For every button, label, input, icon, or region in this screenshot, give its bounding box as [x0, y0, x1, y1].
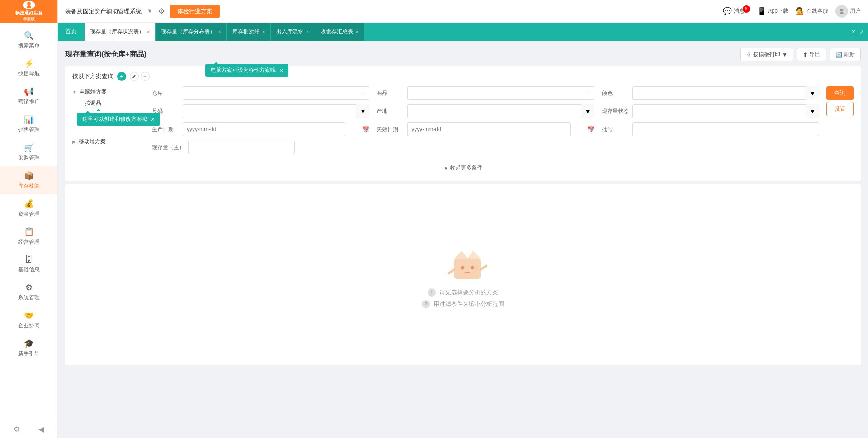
- color-dropdown-btn[interactable]: ▼: [806, 86, 819, 100]
- online-service-action[interactable]: 💁 在线客服: [796, 7, 828, 15]
- header-settings-btn[interactable]: ⚙: [158, 7, 165, 15]
- sidebar-item-label: 快捷导航: [18, 70, 40, 78]
- tab-close-all-btn[interactable]: ×: [852, 28, 855, 35]
- sidebar-item-label: 基础信息: [18, 266, 40, 273]
- sidebar-item-quick-nav[interactable]: ⚡ 快捷导航: [0, 54, 57, 82]
- origin-select[interactable]: [407, 104, 594, 118]
- sidebar-item-enterprise[interactable]: 🤝 企业协同: [0, 306, 57, 334]
- tab-in-out-flow[interactable]: 出入库流水 ×: [270, 23, 314, 41]
- trial-button[interactable]: 体验行业方案: [170, 5, 220, 18]
- tab-close-icon[interactable]: ×: [262, 29, 265, 34]
- warehouse-input[interactable]: ···: [183, 86, 369, 100]
- tab-batch-account[interactable]: 库存批次账 ×: [226, 23, 270, 41]
- calendar-icon[interactable]: 📅: [362, 126, 369, 133]
- scheme-child-label: 按调品: [85, 99, 101, 107]
- production-date-label: 生产日期: [152, 126, 179, 133]
- tooltip2-close-btn[interactable]: ×: [151, 116, 155, 123]
- sidebar-item-inventory[interactable]: 📦 库存核算: [0, 166, 57, 194]
- stock-qty-separator: —: [302, 144, 308, 151]
- search-button[interactable]: 查询: [826, 86, 854, 100]
- scheme-mobile[interactable]: ▶ 移动端方案: [72, 136, 145, 147]
- filter-add-btn[interactable]: +: [117, 72, 126, 81]
- app-logo: 畅捷通好生意 标准版: [0, 0, 57, 23]
- color-select[interactable]: [632, 86, 819, 100]
- empty-illustration: [445, 241, 481, 278]
- scheme-pc[interactable]: ▼ 电脑端方案: [72, 86, 145, 98]
- stock-qty-min[interactable]: [188, 141, 295, 154]
- origin-dropdown-btn[interactable]: ▼: [581, 104, 594, 118]
- message-badge: 6: [743, 5, 750, 13]
- tab-expand-btn[interactable]: ⤢: [859, 28, 864, 35]
- stock-status-select[interactable]: [632, 104, 819, 118]
- refresh-label: 刷新: [844, 51, 855, 58]
- filter-label: 按以下方案查询: [72, 72, 113, 80]
- field-stock-qty: 现存量（主） —: [152, 141, 369, 154]
- inventory-icon: 📦: [24, 171, 34, 181]
- tab-close-icon[interactable]: ×: [306, 29, 309, 34]
- content-area: 现存量查询(按仓库+商品) 🖨 按模板打印 ▼ ⬆ 导出 🔄 刷新: [58, 41, 868, 372]
- user-action[interactable]: 用户: [835, 5, 861, 18]
- sidebar-item-search[interactable]: 🔍 搜索菜单: [0, 26, 57, 54]
- print-btn[interactable]: 🖨 按模板打印 ▼: [740, 48, 793, 61]
- svg-line-5: [448, 270, 454, 273]
- settings-button[interactable]: 设置: [826, 102, 854, 116]
- expiry-date-start[interactable]: [407, 122, 570, 136]
- sidebar-item-marketing[interactable]: 📢 营销推广: [0, 82, 57, 110]
- top-header: 装备及固定资产辅助管理系统 ▼ ⚙ 体验行业方案 💬 消息 6 📱 App下载 …: [58, 0, 868, 23]
- marketing-icon: 📢: [24, 87, 34, 97]
- stock-status-dropdown-btn[interactable]: ▼: [806, 104, 819, 118]
- size-select[interactable]: [183, 104, 369, 118]
- batch-input[interactable]: [632, 122, 819, 136]
- expand-icon: ▶: [72, 139, 76, 144]
- refresh-btn[interactable]: 🔄 刷新: [830, 48, 861, 61]
- sidebar-item-purchase[interactable]: 🛒 采购管理: [0, 138, 57, 166]
- sidebar-item-sales[interactable]: 📊 销售管理: [0, 110, 57, 138]
- sidebar-item-finance[interactable]: 💰 资金管理: [0, 194, 57, 222]
- page-content: 现存量查询(按仓库+商品) 🖨 按模板打印 ▼ ⬆ 导出 🔄 刷新: [58, 41, 868, 438]
- filter-row-2: 尺码 ▼ 产地 ▼: [152, 104, 819, 118]
- stock-qty-line: [315, 141, 369, 154]
- tooltip-close-btn[interactable]: ×: [279, 67, 283, 74]
- svg-point-4: [471, 266, 474, 269]
- collapse-btn[interactable]: ∧ 收起更多条件: [72, 160, 854, 175]
- field-batch: 批号: [602, 122, 819, 136]
- scheme-pc-child[interactable]: 按调品: [81, 98, 145, 109]
- basic-icon: 🗄: [25, 255, 33, 264]
- expiry-calendar-icon[interactable]: 📅: [587, 126, 594, 133]
- filter-edit-btn[interactable]: [130, 72, 139, 81]
- tab-close-icon[interactable]: ×: [218, 29, 221, 34]
- tab-inventory-status[interactable]: 现存量（库存状况表） ×: [84, 23, 155, 41]
- field-stock-status: 现存量状态 ▼: [602, 104, 819, 118]
- export-btn[interactable]: ⬆ 导出: [797, 48, 826, 61]
- tab-inventory-dist[interactable]: 现存量（库存分布表） ×: [155, 23, 226, 41]
- app-download-action[interactable]: 📱 App下载: [757, 7, 788, 15]
- sidebar-item-basic[interactable]: 🗄 基础信息: [0, 250, 57, 278]
- tab-close-icon[interactable]: ×: [356, 29, 359, 34]
- operation-icon: 📋: [24, 227, 34, 237]
- sidebar-item-system[interactable]: ⚙ 系统管理: [0, 278, 57, 306]
- goods-input[interactable]: ···: [407, 86, 594, 100]
- service-icon: 💁: [796, 7, 805, 15]
- tab-home[interactable]: 首页: [58, 23, 84, 41]
- tab-close-icon[interactable]: ×: [147, 29, 150, 34]
- message-action[interactable]: 💬 消息 6: [723, 7, 750, 15]
- tab-collect-summary[interactable]: 收发存汇总表 ×: [315, 23, 364, 41]
- sidebar-settings-btn[interactable]: ⚙: [14, 425, 20, 433]
- system-name: 装备及固定资产辅助管理系统: [65, 7, 142, 15]
- sidebar-item-guide[interactable]: 🎓 新手引导: [0, 334, 57, 362]
- sidebar-item-operation[interactable]: 📋 经营管理: [0, 222, 57, 250]
- system-dropdown-icon[interactable]: ▼: [147, 8, 153, 14]
- sidebar-collapse-btn[interactable]: ◀: [38, 425, 44, 433]
- batch-label: 批号: [602, 126, 629, 133]
- production-date-start[interactable]: [183, 122, 345, 136]
- app-download-label: App下载: [768, 7, 788, 15]
- svg-point-3: [461, 266, 464, 269]
- field-color: 颜色 ▼: [602, 86, 819, 100]
- filter-arrow-btn[interactable]: ←: [141, 72, 150, 81]
- tab-label: 出入库流水: [276, 28, 303, 36]
- sidebar-item-label: 销售管理: [18, 126, 40, 134]
- logo-badge: 标准版: [23, 16, 35, 22]
- empty-step-2: 2 用过滤条件来缩小分析范围: [422, 300, 504, 308]
- sidebar-item-label: 新手引导: [18, 350, 40, 358]
- size-dropdown-btn[interactable]: ▼: [356, 104, 369, 118]
